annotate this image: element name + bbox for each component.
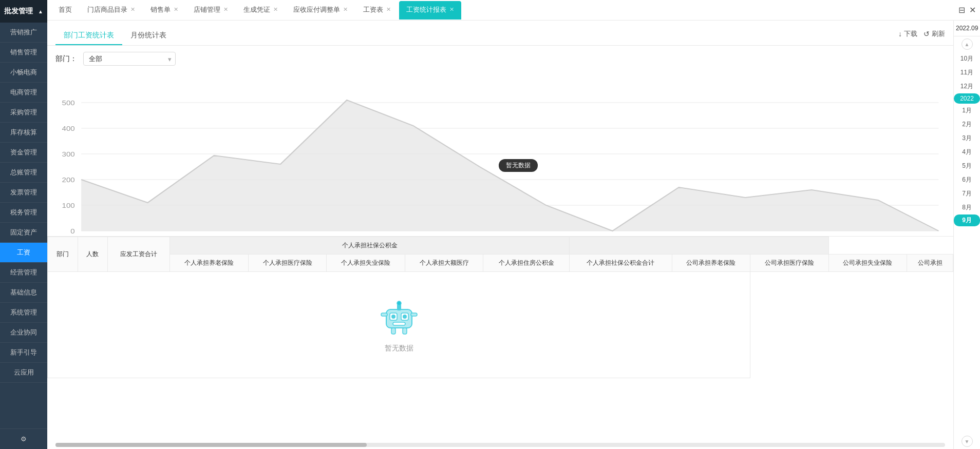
download-icon: ↓ [898,30,902,38]
tab-store-products[interactable]: 门店商品目录 ✕ [80,1,142,19]
tab-ap-ar[interactable]: 应收应付调整单 ✕ [286,1,355,19]
tab-bar: 首页 门店商品目录 ✕ 销售单 ✕ 店铺管理 ✕ 生成凭证 ✕ 应收应付调整单 … [47,0,980,21]
sidebar-item-zjgl[interactable]: 资金管理 [0,143,47,163]
content-area: 部门工资统计表 月份统计表 ↓ 下载 ↺ 刷新 [47,21,980,449]
page-content: 部门工资统计表 月份统计表 ↓ 下载 ↺ 刷新 [47,21,953,449]
svg-text:400: 400 [62,125,76,132]
refresh-icon: ↺ [924,30,930,38]
tab-home[interactable]: 首页 [51,1,79,19]
sidebar-title: 批发管理 [4,7,33,16]
sidebar-item-fpgl[interactable]: 发票管理 [0,183,47,203]
timeline-aug[interactable]: 8月 [954,201,980,214]
timeline-may[interactable]: 5月 [954,159,980,173]
timeline-sep[interactable]: 9月 [954,214,980,226]
sidebar-item-gdzy[interactable]: 固定资产 [0,223,47,243]
timeline-dec[interactable]: 12月 [954,80,980,93]
sidebar-item-yyyp[interactable]: 云应用 [0,363,47,383]
timeline-year-2022[interactable]: 2022 [954,93,980,104]
sidebar-item-jcxx[interactable]: 基础信息 [0,283,47,303]
refresh-button[interactable]: ↺ 刷新 [924,29,945,38]
timeline-down-button[interactable]: ▼ [962,436,973,447]
th-company-insurance [570,237,828,255]
svg-rect-18 [393,322,405,325]
table-scrollbar-thumb[interactable] [55,443,367,447]
chart-container: 0 100 200 300 400 500 [47,72,953,236]
timeline-nov[interactable]: 11月 [954,66,980,80]
dept-filter-label: 部门： [55,54,77,64]
th-personal-total: 个人承担社保公积金合计 [570,255,672,272]
timeline-mar[interactable]: 3月 [954,131,980,145]
filter-row: 部门： 全部 销售部 财务部 采购部 技术部 [47,46,953,72]
tab-close-store-mgmt[interactable]: ✕ [223,6,228,13]
svg-point-17 [403,315,407,319]
svg-point-20 [397,301,401,305]
sidebar-item-xpds[interactable]: 小畅电商 [0,63,47,83]
svg-rect-23 [391,328,395,334]
sidebar-item-yxtp[interactable]: 营销推广 [0,23,47,43]
sidebar-item-cggl[interactable]: 采购管理 [0,103,47,123]
tab-sales-order[interactable]: 销售单 ✕ [143,1,185,19]
table-scrollbar[interactable] [55,443,945,447]
timeline-jun[interactable]: 6月 [954,173,980,187]
th-personal-medical: 个人承担医疗保险 [248,255,326,272]
data-table: 部门 人数 应发工资合计 个人承担社保公积金 [47,237,953,378]
th-personal-unemployment: 个人承担失业保险 [327,255,405,272]
close-window-button[interactable]: ✕ [969,5,976,15]
sidebar-item-gz[interactable]: 工资 [0,243,47,263]
empty-state: 暂无数据 [53,276,745,374]
sub-tab-bar: 部门工资统计表 月份统计表 ↓ 下载 ↺ 刷新 [47,21,953,46]
empty-robot-icon [379,297,420,338]
sidebar-item-xsyd[interactable]: 新手引导 [0,343,47,363]
empty-text: 暂无数据 [385,344,413,353]
svg-text:0: 0 [70,228,75,235]
sidebar-item-xsgl[interactable]: 销售管理 [0,43,47,63]
tab-close-payroll[interactable]: ✕ [386,6,391,13]
tab-close-store-products[interactable]: ✕ [130,6,135,13]
download-button[interactable]: ↓ 下载 [898,29,917,38]
tab-bar-actions: ⊟ ✕ [958,5,976,15]
dept-filter-select[interactable]: 全部 销售部 财务部 采购部 技术部 [83,52,176,66]
svg-rect-24 [403,328,407,334]
sidebar-item-xtgl[interactable]: 系统管理 [0,303,47,323]
th-personal-housing-fund: 个人承担住房公积金 [483,255,570,272]
settings-button[interactable]: ⚙ [0,428,47,449]
svg-rect-21 [381,313,387,316]
timeline-up-button[interactable]: ▲ [962,38,973,50]
th-company-pension: 公司承担养老保险 [672,255,750,272]
tab-month-stats[interactable]: 月份统计表 [122,27,175,45]
timeline-panel: 2022.09 ▲ 10月 11月 12月 2022 1月 2月 3月 [953,21,980,449]
svg-rect-22 [411,313,417,316]
tab-close-voucher[interactable]: ✕ [273,6,278,13]
timeline-feb[interactable]: 2月 [954,118,980,131]
timeline-oct[interactable]: 10月 [954,52,980,66]
sidebar-header[interactable]: 批发管理 ▲ [0,0,47,23]
th-personal-pension: 个人承担养老保险 [170,255,248,272]
dept-filter-wrapper: 全部 销售部 财务部 采购部 技术部 [83,52,176,66]
sidebar-item-dsgl[interactable]: 电商管理 [0,83,47,103]
tab-close-sales-order[interactable]: ✕ [174,6,178,13]
sidebar-item-jygl[interactable]: 经营管理 [0,263,47,283]
svg-point-16 [391,315,395,319]
tab-voucher[interactable]: 生成凭证 ✕ [236,1,285,19]
empty-state-cell: 暂无数据 [48,272,750,378]
th-total-wage: 应发工资合计 [108,237,170,272]
tab-dept-stats[interactable]: 部门工资统计表 [55,27,122,45]
tab-close-payroll-report[interactable]: ✕ [449,6,454,13]
sub-tabs: 部门工资统计表 月份统计表 [55,27,175,45]
timeline-jan[interactable]: 1月 [954,104,980,118]
sidebar-item-kchj[interactable]: 库存核算 [0,123,47,143]
tab-payroll-report[interactable]: 工资统计报表 ✕ [399,1,461,19]
timeline-jul[interactable]: 7月 [954,187,980,201]
tab-store-mgmt[interactable]: 店铺管理 ✕ [186,1,235,19]
svg-text:500: 500 [62,100,76,106]
chart-wrapper: 0 100 200 300 400 500 [55,72,945,236]
th-personal-insurance: 个人承担社保公积金 [170,237,570,255]
chart-tooltip: 暂无数据 [499,159,538,172]
tab-close-ap-ar[interactable]: ✕ [343,6,348,13]
sidebar-item-zzgl[interactable]: 总账管理 [0,163,47,183]
sidebar-item-swgl[interactable]: 税务管理 [0,203,47,223]
sidebar-item-qyxt[interactable]: 企业协同 [0,323,47,343]
tab-payroll[interactable]: 工资表 ✕ [356,1,398,19]
timeline-apr[interactable]: 4月 [954,145,980,159]
restore-window-button[interactable]: ⊟ [958,5,965,15]
